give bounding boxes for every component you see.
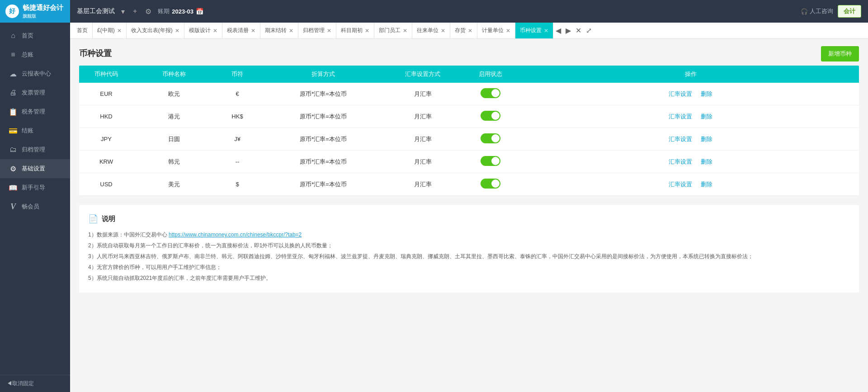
cell-action-krw: 汇率设置 删除 — [522, 152, 859, 171]
cell-status-usd[interactable] — [459, 173, 522, 195]
sidebar-item-archive[interactable]: 🗂 归档管理 — [0, 140, 70, 159]
cell-rate-jpy: 月汇率 — [387, 130, 459, 149]
tab-close-department[interactable]: ✕ — [403, 28, 407, 34]
rate-setting-link-usd[interactable]: 汇率设置 — [669, 181, 692, 188]
sidebar-item-ledger[interactable]: ≡ 总账 — [0, 45, 70, 64]
rate-setting-link-krw[interactable]: 汇率设置 — [669, 158, 692, 165]
rate-setting-link-hkd[interactable]: 汇率设置 — [669, 113, 692, 120]
tab-template[interactable]: 模版设计 ✕ — [184, 23, 222, 39]
tab-currency[interactable]: 币种设置 ✕ — [515, 23, 553, 39]
tab-period[interactable]: £(中期) ✕ — [93, 23, 127, 39]
tab-close-period[interactable]: ✕ — [117, 28, 122, 34]
tab-close-unit[interactable]: ✕ — [506, 28, 510, 34]
dropdown-icon[interactable]: ▾ — [119, 5, 127, 18]
tab-expand[interactable]: ⤢ — [584, 26, 594, 35]
toggle-usd[interactable] — [481, 179, 500, 189]
app-logo: 好 畅捷通好会计 旗舰版 — [0, 0, 70, 23]
delete-link-krw[interactable]: 删除 — [701, 158, 712, 165]
sidebar-item-basic[interactable]: ⚙ 基础设置 — [0, 159, 70, 178]
tab-close-currency[interactable]: ✕ — [544, 28, 548, 34]
tab-income[interactable]: 收入支出表(年报) ✕ — [127, 23, 184, 39]
accounting-button[interactable]: 会计 — [838, 5, 861, 18]
tab-inventory[interactable]: 存货 ✕ — [450, 23, 477, 39]
page-title: 币种设置 — [79, 48, 859, 59]
col-symbol: 币符 — [215, 66, 260, 83]
sidebar-item-home[interactable]: ⌂ 首页 — [0, 26, 70, 45]
notes-item-2: 2）系统自动获取每月第一个工作日的汇率标价，统一为直接标价法，即1外币可以兑换的… — [88, 240, 850, 251]
tab-nav-prev[interactable]: ◀ — [553, 26, 563, 35]
tab-close-archive[interactable]: ✕ — [327, 28, 331, 34]
cell-status-jpy[interactable] — [459, 128, 522, 150]
sidebar-item-guide[interactable]: 📖 新手引导 — [0, 178, 70, 197]
tab-subject[interactable]: 科目期初 ✕ — [336, 23, 374, 39]
cell-name-krw: 韩元 — [133, 152, 215, 171]
cell-action-jpy: 汇率设置 删除 — [522, 130, 859, 149]
tab-close-inventory[interactable]: ✕ — [468, 28, 472, 34]
tab-close-period-end[interactable]: ✕ — [289, 28, 293, 34]
pin-toggle[interactable]: ◀取消固定 — [0, 375, 70, 392]
sidebar-item-invoice[interactable]: 🖨 发票管理 — [0, 83, 70, 102]
tab-department[interactable]: 部门员工 ✕ — [374, 23, 412, 39]
toggle-eur[interactable] — [481, 88, 500, 98]
cell-rate-krw: 月汇率 — [387, 152, 459, 171]
sidebar-item-report[interactable]: ☁ 云报表中心 — [0, 64, 70, 83]
cell-name-jpy: 日圆 — [133, 130, 215, 149]
table-body: EUR 欧元 € 原币*汇率=本位币 月汇率 汇率设置 删除 HKD 港元 HK… — [79, 83, 859, 196]
tab-close-subject[interactable]: ✕ — [365, 28, 369, 34]
delete-link-eur[interactable]: 删除 — [701, 90, 712, 97]
settlement-icon: 💳 — [9, 127, 17, 135]
toggle-krw[interactable] — [481, 156, 500, 166]
delete-link-usd[interactable]: 删除 — [701, 181, 712, 188]
tab-nav-next[interactable]: ▶ — [563, 26, 573, 35]
sidebar-item-member[interactable]: V 畅会员 — [0, 197, 70, 216]
tab-close-partner[interactable]: ✕ — [441, 28, 445, 34]
company-name[interactable]: 基层工会测试 — [77, 7, 115, 15]
tab-period-end[interactable]: 期末结转 ✕ — [260, 23, 298, 39]
col-rate: 汇率设置方式 — [387, 66, 459, 83]
cell-status-hkd[interactable] — [459, 105, 522, 128]
delete-link-hkd[interactable]: 删除 — [701, 113, 712, 120]
header-right: 🎧 人工咨询 会计 — [801, 5, 861, 18]
toggle-hkd[interactable] — [481, 111, 500, 121]
cell-code-krw: KRW — [79, 153, 133, 170]
consult-button[interactable]: 🎧 人工咨询 — [801, 7, 833, 15]
guide-icon: 📖 — [9, 184, 17, 192]
settings-tab-icon[interactable]: ⚙ — [143, 5, 153, 18]
notes-icon: 📄 — [88, 214, 98, 224]
notes-link[interactable]: https://www.chinamoney.com.cn/chinese/bk… — [169, 231, 302, 238]
sidebar-nav: ⌂ 首页 ≡ 总账 ☁ 云报表中心 🖨 发票管理 📋 税务管理 💳 结账 🗂 归… — [0, 23, 70, 375]
toggle-jpy[interactable] — [481, 133, 500, 143]
tab-close-income[interactable]: ✕ — [175, 28, 179, 34]
delete-link-jpy[interactable]: 删除 — [701, 136, 712, 142]
notes-list: 1）数据来源：中国外汇交易中心 https://www.chinamoney.c… — [88, 229, 850, 283]
sidebar-item-tax[interactable]: 📋 税务管理 — [0, 102, 70, 121]
main-content: 币种设置 币种代码 币种名称 币符 折算方式 汇率设置方式 启用状态 操作 EU… — [70, 39, 868, 392]
cell-name-hkd: 港元 — [133, 107, 215, 126]
calendar-icon[interactable]: 📅 — [196, 8, 203, 15]
rate-setting-link-jpy[interactable]: 汇率设置 — [669, 136, 692, 142]
tab-partner[interactable]: 往来单位 ✕ — [412, 23, 450, 39]
rate-setting-link-eur[interactable]: 汇率设置 — [669, 90, 692, 97]
invoice-icon: 🖨 — [9, 89, 17, 97]
tab-taxclear[interactable]: 税表清册 ✕ — [222, 23, 260, 39]
cell-status-eur[interactable] — [459, 83, 522, 105]
add-tab-icon[interactable]: + — [131, 5, 139, 17]
cell-rate-eur: 月汇率 — [387, 85, 459, 104]
tab-close-all[interactable]: ✕ — [573, 26, 584, 35]
cell-status-krw[interactable] — [459, 151, 522, 173]
tab-home[interactable]: 首页 — [72, 23, 93, 39]
cell-calc-eur: 原币*汇率=本位币 — [260, 85, 387, 104]
tab-close-template[interactable]: ✕ — [213, 28, 217, 34]
tab-close-taxclear[interactable]: ✕ — [251, 28, 255, 34]
tab-archive[interactable]: 归档管理 ✕ — [298, 23, 336, 39]
col-name: 币种名称 — [133, 66, 215, 83]
cell-symbol-jpy: J¥ — [215, 130, 260, 148]
sidebar-item-settlement[interactable]: 💳 结账 — [0, 121, 70, 140]
cell-calc-hkd: 原币*汇率=本位币 — [260, 107, 387, 126]
cell-symbol-hkd: HK$ — [215, 108, 260, 125]
tab-unit[interactable]: 计量单位 ✕ — [477, 23, 515, 39]
cell-code-hkd: HKD — [79, 108, 133, 125]
header-left: 基层工会测试 ▾ + ⚙ 账期 2023-03 📅 — [77, 5, 203, 18]
col-action: 操作 — [522, 66, 859, 83]
new-currency-button[interactable]: 新增币种 — [821, 46, 859, 61]
